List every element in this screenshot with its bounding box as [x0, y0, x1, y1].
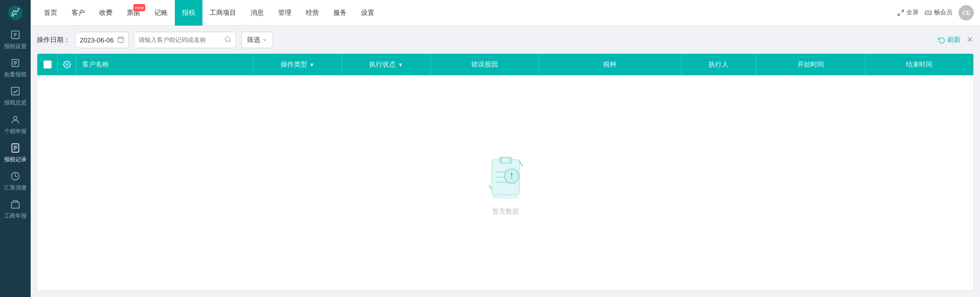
svg-point-0: [8, 6, 22, 20]
tax-summary-icon: [10, 86, 20, 98]
date-picker[interactable]: 2023-06-06: [75, 32, 129, 48]
topnav-right: 全屏 畅会员 CE: [897, 5, 974, 20]
topnav-tax-label: 报税: [182, 8, 195, 17]
topnav-item-bizproject[interactable]: 工商项目: [202, 0, 243, 26]
sidebar-item-tax-records-label: 报税记录: [4, 156, 27, 163]
svg-point-28: [66, 63, 68, 66]
topnav-bizproject-label: 工商项目: [210, 8, 236, 17]
svg-text:!: !: [510, 172, 513, 180]
refresh-label: 刷新: [947, 35, 961, 45]
avatar-text: CE: [962, 10, 970, 16]
sidebar-item-batch-tax[interactable]: 批量报税: [0, 54, 31, 82]
sidebar-item-tax-settings-label: 报税设置: [4, 43, 27, 50]
vip-button[interactable]: 畅会员: [925, 8, 952, 17]
empty-text: 暂无数据: [492, 207, 519, 216]
topnav-item-accounting[interactable]: 记账: [147, 0, 175, 26]
table-header: 客户名称 操作类型 ▼ 执行状态 ▼ 错误股因 税种 执行人: [37, 54, 973, 75]
avatar[interactable]: CE: [959, 5, 974, 20]
topnav-item-invoice[interactable]: 票据 new: [120, 0, 147, 26]
personal-tax-icon: [10, 115, 20, 126]
calendar-icon: [117, 36, 124, 45]
svg-point-39: [491, 194, 520, 199]
empty-state: ! 暂无数据: [467, 134, 544, 231]
th-settings[interactable]: [58, 54, 76, 75]
sidebar-item-tax-records[interactable]: 报税记录: [0, 139, 31, 167]
date-filter-label: 操作日期：: [37, 35, 70, 45]
vip-icon: [925, 9, 932, 16]
column-settings-icon: [63, 60, 71, 69]
annual-report-icon: [10, 199, 20, 211]
refresh-icon: [938, 36, 945, 44]
sidebar-item-annual-report[interactable]: 工商年报: [0, 195, 31, 223]
th-status[interactable]: 执行状态 ▼: [342, 54, 430, 75]
svg-line-37: [519, 161, 522, 166]
topnav-item-home[interactable]: 首页: [37, 0, 64, 26]
vip-label: 畅会员: [934, 8, 952, 17]
sidebar-item-tax-summary-label: 报税总览: [4, 99, 27, 106]
topnav-customer-label: 客户: [72, 8, 85, 17]
optype-sort-icon: ▼: [309, 62, 314, 68]
tax-records-icon: [10, 143, 20, 155]
topnav-settings-label: 设置: [361, 8, 374, 17]
svg-rect-31: [502, 158, 509, 162]
filter-button[interactable]: 筛选: [241, 32, 273, 48]
svg-line-18: [898, 13, 900, 15]
sidebar-item-tax-settings[interactable]: 报税设置: [0, 26, 31, 54]
batch-tax-icon: [10, 58, 20, 70]
svg-rect-20: [118, 37, 123, 43]
topnav-item-customer[interactable]: 客户: [64, 0, 92, 26]
th-optype[interactable]: 操作类型 ▼: [254, 54, 342, 75]
table-body: ! 暂无数据: [37, 75, 973, 290]
filter-btn-label: 筛选: [247, 35, 260, 45]
th-executor-label: 执行人: [709, 60, 728, 69]
svg-rect-16: [12, 202, 19, 208]
topnav-operations-label: 经营: [306, 8, 319, 17]
refresh-button[interactable]: 刷新: [938, 35, 961, 45]
fullscreen-button[interactable]: 全屏: [897, 8, 919, 17]
sidebar-item-tax-summary[interactable]: 报税总览: [0, 82, 31, 110]
empty-illustration: !: [483, 150, 529, 201]
svg-point-24: [225, 36, 230, 41]
topnav-messages-label: 消息: [250, 8, 264, 17]
th-status-label: 执行状态: [369, 60, 396, 69]
sidebar: 报税设置 批量报税 报税总览 个税申报 报税记录: [0, 0, 31, 297]
close-button[interactable]: [966, 35, 974, 45]
topnav-item-billing[interactable]: 收费: [92, 0, 120, 26]
svg-line-25: [229, 40, 231, 42]
th-customer: 客户名称: [76, 54, 254, 75]
th-taxtype-label: 税种: [603, 60, 617, 69]
filter-bar-right: 刷新: [938, 35, 974, 45]
sidebar-item-settlement[interactable]: 汇算清缴: [0, 167, 31, 195]
select-all-checkbox[interactable]: [43, 60, 52, 69]
topnav: 首页 客户 收费 票据 new 记账 报税 工商项目 消息: [31, 0, 980, 26]
sidebar-logo: [0, 0, 31, 26]
topnav-item-settings[interactable]: 设置: [354, 0, 381, 26]
topnav-item-messages[interactable]: 消息: [243, 0, 271, 26]
topnav-item-services[interactable]: 服务: [326, 0, 354, 26]
th-error-label: 错误股因: [471, 60, 498, 69]
topnav-home-label: 首页: [44, 8, 57, 17]
close-icon: [966, 35, 974, 44]
date-value: 2023-06-06: [80, 36, 114, 44]
svg-line-17: [901, 10, 903, 12]
th-customer-label: 客户名称: [82, 60, 109, 69]
main-area: 首页 客户 收费 票据 new 记账 报税 工商项目 消息: [31, 0, 980, 297]
topnav-item-tax[interactable]: 报税: [175, 0, 202, 26]
th-error: 错误股因: [431, 54, 539, 75]
th-executor: 执行人: [681, 54, 757, 75]
th-starttime: 开始时间: [757, 54, 865, 75]
topnav-item-management[interactable]: 管理: [271, 0, 299, 26]
search-input[interactable]: [139, 36, 221, 44]
th-optype-label: 操作类型: [281, 60, 307, 69]
content-area: 操作日期： 2023-06-06 筛选: [31, 26, 980, 297]
sidebar-item-batch-tax-label: 批量报税: [4, 71, 27, 78]
new-badge: new: [133, 4, 145, 11]
topnav-item-operations[interactable]: 经营: [299, 0, 326, 26]
sidebar-item-personal-tax[interactable]: 个税申报: [0, 111, 31, 139]
th-taxtype: 税种: [539, 54, 681, 75]
th-starttime-label: 开始时间: [797, 60, 824, 69]
th-checkbox[interactable]: [37, 54, 58, 75]
fullscreen-label: 全屏: [906, 8, 919, 17]
data-table: 客户名称 操作类型 ▼ 执行状态 ▼ 错误股因 税种 执行人: [37, 53, 974, 291]
search-icon: [224, 36, 232, 45]
